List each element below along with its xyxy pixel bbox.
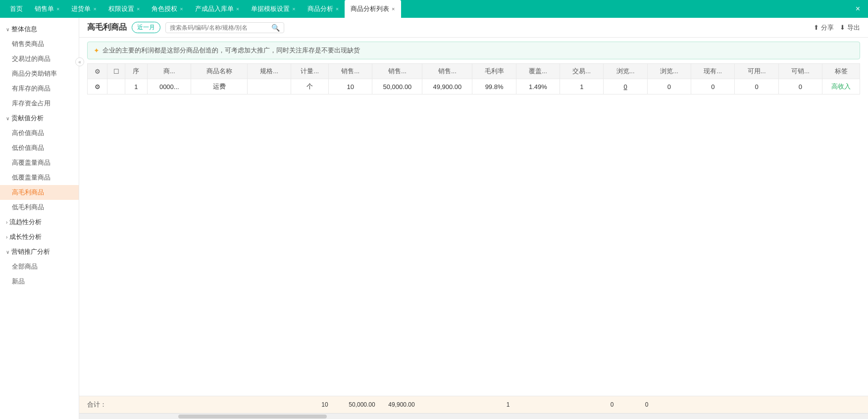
horizontal-scrollbar[interactable] bbox=[79, 413, 868, 419]
cell-seq: 1 bbox=[125, 79, 147, 94]
nav-close-icon[interactable]: × bbox=[56, 6, 59, 12]
col-header-spec[interactable]: 规格... bbox=[248, 64, 291, 79]
header-actions: ⬆ 分享 ⬇ 导出 bbox=[814, 23, 860, 32]
col-header-tag[interactable]: 标签 bbox=[822, 64, 860, 79]
sidebar-group-营销推广分析[interactable]: ∨营销推广分析 bbox=[0, 244, 79, 259]
sidebar-group-整体信息[interactable]: ∨整体信息 bbox=[0, 22, 79, 37]
nav-close-icon[interactable]: × bbox=[336, 6, 339, 12]
sidebar-item-商品分类助销率[interactable]: 商品分类助销率 bbox=[0, 66, 79, 81]
col-header-unit[interactable]: 计量... bbox=[291, 64, 329, 79]
nav-close-icon[interactable]: × bbox=[292, 6, 295, 12]
footer-label: 合计： bbox=[87, 400, 106, 409]
nav-item-产成品入库单[interactable]: 产成品入库单× bbox=[189, 0, 245, 18]
col-header-coverage[interactable]: 覆盖... bbox=[516, 64, 560, 79]
col-header-seq[interactable]: 序 bbox=[125, 64, 147, 79]
cell-name: 运费 bbox=[191, 79, 248, 94]
col-header-sales_amount[interactable]: 销售... bbox=[372, 64, 422, 79]
col-header-settings[interactable]: ⚙ bbox=[88, 64, 107, 79]
footer-cell-seq bbox=[146, 401, 164, 408]
sidebar-group-label: 整体信息 bbox=[11, 25, 37, 34]
content-area: 高毛利商品 近一月 🔍 ⬆ 分享 ⬇ 导出 ✦ 企业的主要的利润都是这部分商品创… bbox=[79, 18, 868, 419]
footer-cell-sales_cost: 49,900.00 bbox=[382, 401, 421, 408]
data-table: ⚙☐序商...商品名称规格...计量...销售...销售...销售...毛利率覆… bbox=[87, 63, 860, 94]
nav-close-icon[interactable]: × bbox=[180, 6, 183, 12]
sidebar-item-低价值商品[interactable]: 低价值商品 bbox=[0, 140, 79, 155]
col-header-code[interactable]: 商... bbox=[148, 64, 191, 79]
col-header-check[interactable]: ☐ bbox=[107, 64, 125, 79]
cell-tag: 高收入 bbox=[822, 79, 860, 94]
col-header-saleable[interactable]: 可销... bbox=[778, 64, 822, 79]
nav-close-icon[interactable]: × bbox=[392, 6, 395, 12]
sidebar-item-有库存的商品[interactable]: 有库存的商品 bbox=[0, 81, 79, 96]
export-icon: ⬇ bbox=[840, 24, 845, 31]
col-header-browse1[interactable]: 浏览... bbox=[604, 64, 647, 79]
nav-item-首页[interactable]: 首页 bbox=[4, 0, 29, 18]
sidebar-container: ∨整体信息销售类商品交易过的商品商品分类助销率有库存的商品库存资金占用∨贡献值分… bbox=[0, 18, 79, 419]
col-header-current_stock[interactable]: 现有... bbox=[691, 64, 735, 79]
footer-cell-available: 0 bbox=[629, 401, 664, 408]
col-header-gross_margin[interactable]: 毛利率 bbox=[472, 64, 516, 79]
nav-item-角色授权[interactable]: 角色授权× bbox=[146, 0, 189, 18]
info-text: 企业的主要的利润都是这部分商品创造的，可考虑加大推广，同时关注库存是不要出现缺货 bbox=[102, 46, 360, 55]
sidebar-group-label: 贡献值分析 bbox=[11, 114, 44, 123]
footer-cell-coverage bbox=[456, 401, 491, 408]
sidebar-item-高覆盖量商品[interactable]: 高覆盖量商品 bbox=[0, 155, 79, 170]
sidebar-item-新品[interactable]: 新品 bbox=[0, 274, 79, 289]
cell-check bbox=[107, 79, 125, 94]
sidebar-group-贡献值分析[interactable]: ∨贡献值分析 bbox=[0, 111, 79, 126]
sidebar-item-低毛利商品[interactable]: 低毛利商品 bbox=[0, 200, 79, 215]
cell-coverage: 1.49% bbox=[516, 79, 560, 94]
nav-item-单据模板设置[interactable]: 单据模板设置× bbox=[245, 0, 301, 18]
footer-cell-current_stock: 0 bbox=[595, 401, 629, 408]
sidebar-group-label: 成长性分析 bbox=[9, 233, 42, 241]
sidebar-group-label: 营销推广分析 bbox=[11, 247, 50, 256]
nav-item-商品分析列表[interactable]: 商品分析列表× bbox=[345, 0, 401, 18]
nav-item-销售单[interactable]: 销售单× bbox=[29, 0, 65, 18]
cell-unit: 个 bbox=[291, 79, 329, 94]
share-button[interactable]: ⬆ 分享 bbox=[814, 23, 834, 32]
cell-spec bbox=[248, 79, 291, 94]
nav-close-icon[interactable]: × bbox=[93, 6, 96, 12]
sidebar-collapse-button[interactable]: « bbox=[75, 57, 84, 66]
cell-settings: ⚙ bbox=[88, 79, 107, 94]
sidebar-item-高价值商品[interactable]: 高价值商品 bbox=[0, 126, 79, 140]
cell-browse2[interactable]: 0 bbox=[647, 79, 691, 94]
footer-cell-name bbox=[199, 401, 243, 408]
sidebar-item-全部商品[interactable]: 全部商品 bbox=[0, 259, 79, 274]
sidebar-item-交易过的商品[interactable]: 交易过的商品 bbox=[0, 51, 79, 66]
cell-sales_qty: 10 bbox=[329, 79, 372, 94]
sidebar-item-销售类商品[interactable]: 销售类商品 bbox=[0, 37, 79, 51]
nav-item-商品分析[interactable]: 商品分析× bbox=[302, 0, 345, 18]
col-header-sales_qty[interactable]: 销售... bbox=[329, 64, 372, 79]
main-layout: ∨整体信息销售类商品交易过的商品商品分类助销率有库存的商品库存资金占用∨贡献值分… bbox=[0, 18, 868, 419]
col-header-transactions[interactable]: 交易... bbox=[560, 64, 604, 79]
cell-current_stock: 0 bbox=[691, 79, 735, 94]
export-button[interactable]: ⬇ 导出 bbox=[840, 23, 860, 32]
col-header-sales_cost[interactable]: 销售... bbox=[422, 64, 472, 79]
sidebar-item-低覆盖量商品[interactable]: 低覆盖量商品 bbox=[0, 170, 79, 185]
cell-sales_amount: 50,000.00 bbox=[372, 79, 422, 94]
nav-item-权限设置[interactable]: 权限设置× bbox=[102, 0, 146, 18]
col-header-name[interactable]: 商品名称 bbox=[191, 64, 248, 79]
nav-close-icon[interactable]: × bbox=[236, 6, 239, 12]
window-close-button[interactable]: × bbox=[852, 4, 864, 13]
period-button[interactable]: 近一月 bbox=[132, 22, 160, 33]
col-header-browse2[interactable]: 浏览... bbox=[647, 64, 691, 79]
sidebar-item-高毛利商品[interactable]: 高毛利商品 bbox=[0, 185, 79, 200]
nav-close-icon[interactable]: × bbox=[137, 6, 140, 12]
footer-cell-browse2 bbox=[560, 401, 595, 408]
sidebar-group-流趋性分析[interactable]: ›流趋性分析 bbox=[0, 215, 79, 230]
footer-cell-gross_margin bbox=[421, 401, 456, 408]
col-header-available[interactable]: 可用... bbox=[735, 64, 778, 79]
sidebar-item-库存资金占用[interactable]: 库存资金占用 bbox=[0, 96, 79, 111]
scrollbar-thumb[interactable] bbox=[178, 415, 327, 419]
sidebar-group-成长性分析[interactable]: ›成长性分析 bbox=[0, 230, 79, 244]
search-input[interactable] bbox=[170, 24, 271, 31]
cell-available: 0 bbox=[735, 79, 778, 94]
nav-item-进货单[interactable]: 进货单× bbox=[65, 0, 102, 18]
footer-cell-code bbox=[164, 401, 199, 408]
search-icon[interactable]: 🔍 bbox=[271, 24, 280, 32]
footer-summary: 合计： 1050,000.0049,900.00100 bbox=[79, 396, 868, 413]
sidebar-group-arrow: ∨ bbox=[6, 249, 9, 255]
cell-browse1[interactable]: 0 bbox=[604, 79, 647, 94]
